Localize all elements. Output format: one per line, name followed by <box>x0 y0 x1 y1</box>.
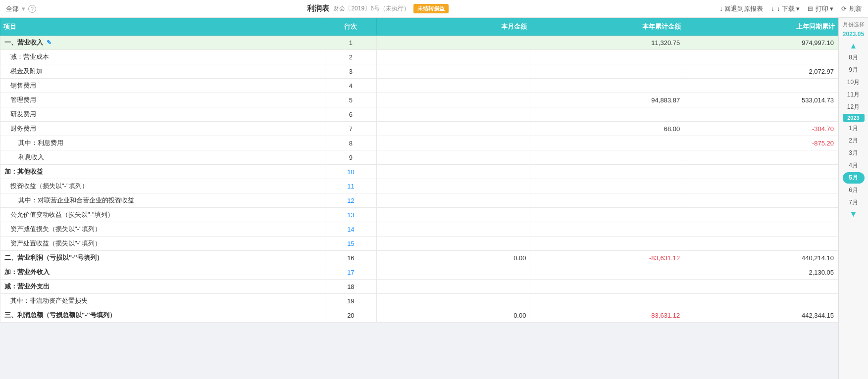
table-row: 资产减值损失（损失以"-"填列）14 <box>0 222 838 237</box>
month-item-7[interactable]: 7月 <box>843 197 865 208</box>
cell-month <box>376 64 530 79</box>
top-bar-left: 全部 ▾ ? <box>6 4 36 13</box>
table-row: 其中：对联营企业和合营企业的投资收益12 <box>0 193 838 208</box>
refresh-icon: ⟳ <box>841 5 847 12</box>
cell-year: -83,631.12 <box>530 251 684 265</box>
cell-item: 其中：非流动资产处置损失 <box>0 294 325 308</box>
table-header-row: 项目 行次 本月金额 本年累计金额 上年同期累计 <box>0 18 838 36</box>
cell-row-num: 11 <box>325 179 377 193</box>
cell-year <box>530 150 684 165</box>
edit-icon[interactable]: ✎ <box>45 39 51 46</box>
cell-row-num: 7 <box>325 122 377 136</box>
cell-month <box>376 179 530 193</box>
month-item-5[interactable]: 5月 <box>843 172 865 184</box>
cell-year <box>530 50 684 64</box>
cell-year <box>530 222 684 237</box>
page-title: 利润表 <box>307 4 329 13</box>
header-month: 本月金额 <box>376 18 530 36</box>
cell-year <box>530 193 684 208</box>
table-row: 其中：利息费用8-875.20 <box>0 136 838 150</box>
month-down-button[interactable]: ▼ <box>849 209 859 220</box>
table-row: 税金及附加32,072.97 <box>0 64 838 79</box>
cell-row-num: 3 <box>325 64 377 79</box>
month-item-4[interactable]: 4月 <box>843 160 865 171</box>
cell-year <box>530 64 684 79</box>
cell-row-num: 14 <box>325 222 377 237</box>
table-row: 管理费用594,883.87533,014.73 <box>0 93 838 107</box>
nav-refresh-button[interactable]: ⟳ 刷新 <box>841 4 862 13</box>
month-item-9[interactable]: 9月 <box>843 64 865 76</box>
cell-item: 利息收入 <box>0 150 325 165</box>
cell-lastyear <box>684 237 838 251</box>
cell-row-num: 18 <box>325 280 377 294</box>
cell-item: 其中：利息费用 <box>0 136 325 150</box>
month-item-3[interactable]: 3月 <box>843 147 865 159</box>
table-row: 利息收入9 <box>0 150 838 165</box>
nav-print-button[interactable]: ⊟ 打印 ▾ <box>808 4 833 13</box>
cell-month <box>376 136 530 150</box>
cell-lastyear: 440,214.10 <box>684 251 838 265</box>
nav-download-button[interactable]: ↓ ↓ 下载 ▾ <box>771 4 800 13</box>
print-dropdown-icon[interactable]: ▾ <box>830 5 833 12</box>
status-badge: 未结转损益 <box>413 4 449 13</box>
cell-month <box>376 93 530 107</box>
nav-back-button[interactable]: ↓ 回退到原报表 <box>719 4 763 13</box>
cell-lastyear <box>684 208 838 222</box>
cell-lastyear: 974,997.10 <box>684 36 838 50</box>
print-icon: ⊟ <box>808 5 813 12</box>
cell-lastyear <box>684 294 838 308</box>
cell-row-num: 6 <box>325 107 377 122</box>
cell-lastyear: 533,014.73 <box>684 93 838 107</box>
cell-year: -83,631.12 <box>530 308 684 323</box>
table-row: 减：营业外支出18 <box>0 280 838 294</box>
help-icon[interactable]: ? <box>28 5 36 13</box>
month-item-10[interactable]: 10月 <box>843 77 865 88</box>
month-item-8[interactable]: 8月 <box>843 52 865 63</box>
month-item-2[interactable]: 2月 <box>843 135 865 146</box>
cell-item: 三、利润总额（亏损总额以"-"号填列） <box>0 308 325 323</box>
cell-year <box>530 165 684 179</box>
table-row: 减：营业成本2 <box>0 50 838 64</box>
breadcrumb-all[interactable]: 全部 <box>6 4 19 13</box>
cell-row-num: 20 <box>325 308 377 323</box>
cell-row-num: 17 <box>325 265 377 280</box>
cell-item: 减：营业成本 <box>0 50 325 64</box>
sidebar-title: 月份选择 <box>843 21 865 28</box>
cell-lastyear: 2,130.05 <box>684 265 838 280</box>
page-subtitle: 财会〔2019〕6号（未执行） <box>333 4 409 13</box>
month-item-6[interactable]: 6月 <box>843 185 865 196</box>
cell-year <box>530 179 684 193</box>
month-item-12[interactable]: 12月 <box>843 101 865 113</box>
cell-row-num: 9 <box>325 150 377 165</box>
month-item-11[interactable]: 11月 <box>843 89 865 100</box>
dropdown-icon[interactable]: ▾ <box>22 5 25 12</box>
month-item-1[interactable]: 1月 <box>843 123 865 134</box>
month-sidebar: 月份选择 2023.05 ▲ 8月 9月 10月 11月 12月 2023 1月… <box>838 18 868 379</box>
cell-year <box>530 294 684 308</box>
cell-item: 其中：对联营企业和合营企业的投资收益 <box>0 193 325 208</box>
table-row: 销售费用4 <box>0 79 838 93</box>
cell-item: 资产处置收益（损失以"-"填列） <box>0 237 325 251</box>
cell-row-num: 8 <box>325 136 377 150</box>
cell-lastyear <box>684 222 838 237</box>
refresh-label: 刷新 <box>849 4 862 13</box>
download-dropdown-icon[interactable]: ▾ <box>796 5 800 12</box>
title-section: 利润表 财会〔2019〕6号（未执行） 未结转损益 <box>307 4 448 13</box>
cell-month: 0.00 <box>376 251 530 265</box>
cell-lastyear: 2,072.97 <box>684 64 838 79</box>
table-row: 资产处置收益（损失以"-"填列）15 <box>0 237 838 251</box>
cell-lastyear: 442,344.15 <box>684 308 838 323</box>
cell-row-num: 2 <box>325 50 377 64</box>
cell-row-num: 5 <box>325 93 377 107</box>
table-body: 一、营业收入 ✎111,320.75974,997.10减：营业成本2税金及附加… <box>0 36 838 323</box>
cell-row-num: 19 <box>325 294 377 308</box>
cell-year: 68.00 <box>530 122 684 136</box>
month-up-button[interactable]: ▲ <box>849 41 859 51</box>
cell-item: 销售费用 <box>0 79 325 93</box>
cell-month <box>376 150 530 165</box>
cell-year <box>530 136 684 150</box>
cell-item: 税金及附加 <box>0 64 325 79</box>
cell-item: 二、营业利润（亏损以"-"号填列） <box>0 251 325 265</box>
cell-item: 一、营业收入 ✎ <box>0 36 325 50</box>
top-bar: 全部 ▾ ? 利润表 财会〔2019〕6号（未执行） 未结转损益 ↓ 回退到原报… <box>0 0 868 18</box>
